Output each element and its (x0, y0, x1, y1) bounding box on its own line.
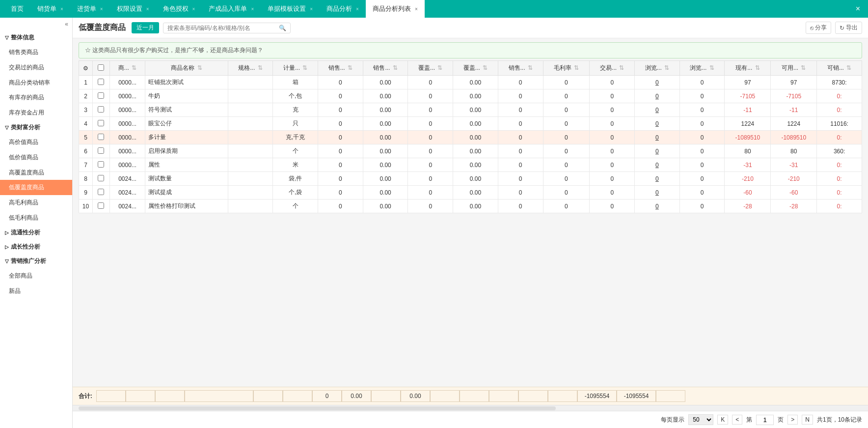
table-col-available[interactable]: 可用... ⇅ (771, 61, 817, 76)
table-col-sellable[interactable]: 可销... ⇅ (817, 61, 862, 76)
table-col-browse1[interactable]: 浏览... ⇅ (635, 61, 680, 76)
row-select-checkbox[interactable] (98, 161, 104, 168)
table-col-sales1[interactable]: 销售... ⇅ (318, 61, 363, 76)
table-col-cover2[interactable]: 覆盖... ⇅ (453, 61, 498, 76)
row-checkbox[interactable] (93, 158, 110, 172)
row-checkbox[interactable] (93, 76, 110, 89)
browse-link[interactable]: 0 (655, 120, 659, 127)
row-checkbox[interactable] (93, 144, 110, 158)
table-col-sales2[interactable]: 销售... ⇅ (363, 61, 408, 76)
first-page-button[interactable]: K (717, 415, 728, 425)
table-col-code[interactable]: 商... ⇅ (109, 61, 145, 76)
nav-tab-purchase[interactable]: 进货单 × (70, 0, 110, 18)
row-select-checkbox[interactable] (98, 175, 104, 181)
browse-link[interactable]: 0 (655, 107, 659, 114)
sidebar-section-overview[interactable]: ▽ 整体信息 (0, 30, 72, 45)
nav-tab-analysis-list[interactable]: 商品分析列表 × (366, 0, 425, 18)
table-col-trans[interactable]: 交易... ⇅ (590, 61, 635, 76)
export-button[interactable]: ↻ 导出 (835, 22, 862, 34)
close-icon[interactable]: × (100, 6, 103, 12)
browse-link[interactable]: 0 (655, 189, 659, 196)
sidebar-collapse-button[interactable]: « (0, 18, 72, 30)
sidebar-item-low-value[interactable]: 低价值商品 (0, 150, 72, 165)
close-icon[interactable]: × (415, 6, 418, 12)
sidebar-section-liquidity[interactable]: ▷ 流通性分析 (0, 226, 72, 240)
table-col-sales3[interactable]: 销售... ⇅ (498, 61, 543, 76)
search-icon[interactable]: 🔍 (279, 25, 286, 31)
nav-tab-analysis[interactable]: 商品分析 × (320, 0, 366, 18)
table-col-cover1[interactable]: 覆盖... ⇅ (408, 61, 453, 76)
nav-tab-templates[interactable]: 单据模板设置 × (261, 0, 320, 18)
search-input[interactable] (167, 25, 277, 31)
sidebar-item-high-margin[interactable]: 高毛利商品 (0, 195, 72, 210)
row-select-checkbox[interactable] (98, 106, 104, 113)
share-button[interactable]: ⎋ 分享 (806, 22, 831, 34)
table-col-name[interactable]: 商品名称 ⇅ (145, 61, 228, 76)
row-checkbox[interactable] (93, 89, 110, 103)
row-select-checkbox[interactable] (98, 202, 104, 209)
sidebar-item-low-coverage[interactable]: 低覆盖度商品 (0, 180, 72, 195)
page-size-select[interactable]: 10 20 50 100 (688, 414, 713, 425)
table-col-spec[interactable]: 规格... ⇅ (228, 61, 273, 76)
table-col-gross[interactable]: 毛利率 ⇅ (543, 61, 590, 76)
sidebar-item-in-stock[interactable]: 有库存的商品 (0, 90, 72, 105)
sidebar-section-wealth[interactable]: ▽ 类财富分析 (0, 120, 72, 135)
row-select-checkbox[interactable] (98, 147, 104, 154)
table-col-browse2[interactable]: 浏览... ⇅ (679, 61, 725, 76)
row-checkbox[interactable] (93, 117, 110, 131)
close-icon[interactable]: × (310, 6, 313, 12)
close-icon[interactable]: × (146, 6, 149, 12)
row-select-checkbox[interactable] (98, 79, 104, 85)
close-icon[interactable]: × (251, 6, 254, 12)
select-all-checkbox[interactable] (98, 64, 104, 71)
sidebar-section-growth[interactable]: ▷ 成长性分析 (0, 240, 72, 254)
nav-tab-perms[interactable]: 权限设置 × (110, 0, 156, 18)
next-page-button[interactable]: > (787, 415, 798, 425)
nav-tab-sales[interactable]: 销货单 × (30, 0, 70, 18)
scrollbar-thumb[interactable] (79, 406, 556, 410)
last-page-button[interactable]: N (802, 415, 813, 425)
browse-link[interactable]: 0 (655, 134, 659, 141)
row-checkbox[interactable] (93, 186, 110, 200)
sidebar-item-capital[interactable]: 库存资金占用 (0, 105, 72, 120)
row-select-checkbox[interactable] (98, 189, 104, 195)
sidebar-item-sales-goods[interactable]: 销售类商品 (0, 45, 72, 60)
close-icon[interactable]: × (356, 6, 359, 12)
window-close-button[interactable]: × (852, 2, 864, 15)
sidebar-item-all-goods[interactable]: 全部商品 (0, 268, 72, 284)
sidebar-section-marketing[interactable]: ▽ 营销推广分析 (0, 254, 72, 268)
row-select-checkbox[interactable] (98, 134, 104, 140)
row-checkbox[interactable] (93, 131, 110, 144)
browse-link[interactable]: 0 (655, 203, 659, 210)
browse-link[interactable]: 0 (655, 93, 659, 100)
row-checkbox[interactable] (93, 172, 110, 186)
browse-link[interactable]: 0 (655, 79, 659, 86)
table-col-current[interactable]: 现有... ⇅ (725, 61, 771, 76)
close-icon[interactable]: × (60, 6, 63, 12)
table-settings-header[interactable]: ⚙ (79, 61, 93, 76)
row-select-checkbox[interactable] (98, 120, 104, 126)
browse-link[interactable]: 0 (655, 148, 659, 155)
sidebar-item-high-value[interactable]: 高价值商品 (0, 135, 72, 150)
browse-link[interactable]: 0 (655, 175, 659, 182)
sidebar-item-category-rate[interactable]: 商品分类动销率 (0, 75, 72, 90)
row-checkbox[interactable] (93, 200, 110, 213)
browse-link[interactable]: 0 (655, 162, 659, 169)
row-checkbox[interactable] (93, 103, 110, 117)
nav-tab-roles[interactable]: 角色授权 × (156, 0, 202, 18)
close-icon[interactable]: × (192, 6, 195, 12)
table-checkbox-header[interactable] (93, 61, 110, 76)
horizontal-scrollbar[interactable] (73, 405, 868, 411)
sidebar-item-new-goods[interactable]: 新品 (0, 284, 72, 299)
table-col-unit[interactable]: 计量... ⇅ (273, 61, 318, 76)
page-number-input[interactable] (756, 415, 774, 425)
table-container[interactable]: ⚙ 商... ⇅ 商品名称 ⇅ 规格... ⇅ 计量... ⇅ 销售... ⇅ … (79, 60, 862, 387)
time-filter-button[interactable]: 近一月 (132, 22, 159, 33)
sidebar-item-traded-goods[interactable]: 交易过的商品 (0, 60, 72, 75)
nav-tab-products[interactable]: 产成品入库单 × (202, 0, 261, 18)
sidebar-item-high-coverage[interactable]: 高覆盖度商品 (0, 165, 72, 180)
nav-tab-home[interactable]: 首页 (4, 0, 30, 18)
prev-page-button[interactable]: < (732, 415, 742, 425)
sidebar-item-low-margin[interactable]: 低毛利商品 (0, 210, 72, 226)
row-select-checkbox[interactable] (98, 92, 104, 99)
